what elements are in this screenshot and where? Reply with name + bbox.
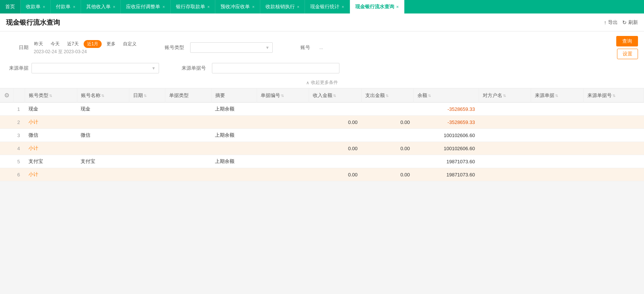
date-btn-more[interactable]: 更多 xyxy=(104,40,118,48)
page-header: 现金银行流水查询 ↑ 导出 ↻ 刷新 xyxy=(0,13,644,31)
cell-expense: 0.00 xyxy=(361,116,413,129)
table-row: 6小计0.000.0019871073.60 xyxy=(0,168,644,181)
cell-account_type: 支付宝 xyxy=(25,155,77,168)
col-source_doc[interactable]: 来源单据⇅ xyxy=(531,88,583,103)
cell-doc_no xyxy=(257,129,309,142)
query-button[interactable]: 查询 xyxy=(616,36,638,46)
cell-source_doc xyxy=(531,129,583,142)
cell-date xyxy=(129,168,165,181)
date-range: 2023-02-24 至 2023-03-24 xyxy=(34,49,139,55)
account-no-section: 账号 ... xyxy=(288,44,323,51)
close-icon[interactable]: × xyxy=(43,4,45,9)
cell-account_name: 现金 xyxy=(77,103,129,116)
close-icon[interactable]: × xyxy=(207,4,210,9)
cell-doc_type xyxy=(165,116,212,129)
chevron-down-icon: ▼ xyxy=(265,45,269,50)
table-container: ⚙账号类型⇅账号名称⇅日期⇅单据类型摘要单据编号⇅收入金额⇅支出金额⇅余额⇅对方… xyxy=(0,88,644,181)
cell-expense: 0.00 xyxy=(361,142,413,155)
settings-button[interactable]: 设置 xyxy=(617,49,638,59)
account-no-more-btn[interactable]: ... xyxy=(319,45,323,50)
export-btn[interactable]: ↑ 导出 xyxy=(604,19,618,26)
header-actions: ↑ 导出 ↻ 刷新 xyxy=(604,19,638,26)
close-icon[interactable]: × xyxy=(297,4,299,9)
date-label: 日期 xyxy=(6,44,29,51)
cell-idx: 2 xyxy=(14,116,25,129)
cell-date xyxy=(129,142,165,155)
date-btn-yesterday[interactable]: 昨天 xyxy=(32,40,46,48)
col-income[interactable]: 收入金额⇅ xyxy=(309,88,361,103)
col-balance[interactable]: 余额⇅ xyxy=(414,88,479,103)
nav-tab-0[interactable]: 收款单× xyxy=(21,0,51,13)
close-icon[interactable]: × xyxy=(252,4,254,9)
filter-row-1: 日期 昨天 今天 近7天 近1月 更多 自定义 2023-02-24 至 202… xyxy=(6,36,638,59)
nav-home[interactable]: 首页 xyxy=(0,0,21,13)
filter-row-2: 来源单据 ▼ 来源单据号 xyxy=(6,63,638,73)
col-expense[interactable]: 支出金额⇅ xyxy=(361,88,413,103)
nav-tab-5[interactable]: 预收冲应收单× xyxy=(215,0,260,13)
close-icon[interactable]: × xyxy=(113,4,115,9)
cell-account_type: 微信 xyxy=(25,129,77,142)
data-table: ⚙账号类型⇅账号名称⇅日期⇅单据类型摘要单据编号⇅收入金额⇅支出金额⇅余额⇅对方… xyxy=(0,88,644,181)
cell-source_doc xyxy=(531,116,583,129)
cell-source_doc xyxy=(531,142,583,155)
col-counterpart[interactable]: 对方户名⇅ xyxy=(479,88,531,103)
col-date[interactable]: 日期⇅ xyxy=(129,88,165,103)
nav-tab-8[interactable]: 现金银行流水查询× xyxy=(350,0,404,13)
cell-account_name: 微信 xyxy=(77,129,129,142)
page-title: 现金银行流水查询 xyxy=(6,18,60,27)
close-icon[interactable]: × xyxy=(396,4,399,9)
nav-tab-2[interactable]: 其他收入单× xyxy=(81,0,121,13)
cell-income: 0.00 xyxy=(309,116,361,129)
date-btn-1month[interactable]: 近1月 xyxy=(84,40,102,48)
cell-source_doc_no xyxy=(583,116,644,129)
cell-doc_type xyxy=(165,155,212,168)
cell-income xyxy=(309,155,361,168)
cell-doc_type xyxy=(165,103,212,116)
account-type-label: 账号类型 xyxy=(162,44,184,51)
cell-income xyxy=(309,103,361,116)
cell-source_doc_no xyxy=(583,142,644,155)
table-row: 4小计0.000.00100102606.60 xyxy=(0,142,644,155)
close-icon[interactable]: × xyxy=(73,4,75,9)
col-account_type[interactable]: 账号类型⇅ xyxy=(25,88,77,103)
cell-settings xyxy=(0,103,14,116)
date-btn-today[interactable]: 今天 xyxy=(48,40,62,48)
cell-doc_type xyxy=(165,168,212,181)
table-row: 2小计0.000.00-3528659.33 xyxy=(0,116,644,129)
col-source_doc_no[interactable]: 来源单据号⇅ xyxy=(583,88,644,103)
nav-tab-4[interactable]: 银行存取款单× xyxy=(171,0,215,13)
cell-account_type: 现金 xyxy=(25,103,77,116)
date-quick-btns: 昨天 今天 近7天 近1月 更多 自定义 xyxy=(32,40,139,48)
filter-area: 日期 昨天 今天 近7天 近1月 更多 自定义 2023-02-24 至 202… xyxy=(0,31,644,88)
nav-tab-3[interactable]: 应收应付调整单× xyxy=(121,0,170,13)
col-doc_no[interactable]: 单据编号⇅ xyxy=(257,88,309,103)
date-btn-custom[interactable]: 自定义 xyxy=(120,40,139,48)
nav-tab-6[interactable]: 收款核销执行× xyxy=(260,0,305,13)
account-type-select[interactable]: ▼ xyxy=(190,42,273,53)
cell-source_doc xyxy=(531,155,583,168)
cell-doc_type xyxy=(165,129,212,142)
cell-account_type: 小计 xyxy=(25,168,77,181)
source-doc-label: 来源单据 xyxy=(6,65,29,72)
table-body: 1现金现金上期余额-3528659.332小计0.000.00-3528659.… xyxy=(0,103,644,181)
cell-idx: 4 xyxy=(14,142,25,155)
collapse-btn[interactable]: ∧ 收起更多条件 xyxy=(6,77,638,88)
gear-icon[interactable]: ⚙ xyxy=(4,92,9,98)
close-icon[interactable]: × xyxy=(162,4,165,9)
date-btn-7days[interactable]: 近7天 xyxy=(65,40,81,48)
nav-tab-1[interactable]: 付款单× xyxy=(51,0,81,13)
close-icon[interactable]: × xyxy=(342,4,344,9)
cell-counterpart xyxy=(479,155,531,168)
account-type-section: 账号类型 ▼ xyxy=(162,42,273,53)
cell-account_type: 小计 xyxy=(25,142,77,155)
refresh-btn[interactable]: ↻ 刷新 xyxy=(622,19,638,26)
nav-tab-7[interactable]: 现金银行统计× xyxy=(305,0,350,13)
table-row: 1现金现金上期余额-3528659.33 xyxy=(0,103,644,116)
cell-doc_no xyxy=(257,155,309,168)
cell-account_name: 支付宝 xyxy=(77,155,129,168)
cell-settings xyxy=(0,142,14,155)
col-account_name[interactable]: 账号名称⇅ xyxy=(77,88,129,103)
cell-settings xyxy=(0,116,14,129)
source-doc-select[interactable]: ▼ xyxy=(32,63,159,73)
source-doc-no-input[interactable] xyxy=(212,63,339,73)
